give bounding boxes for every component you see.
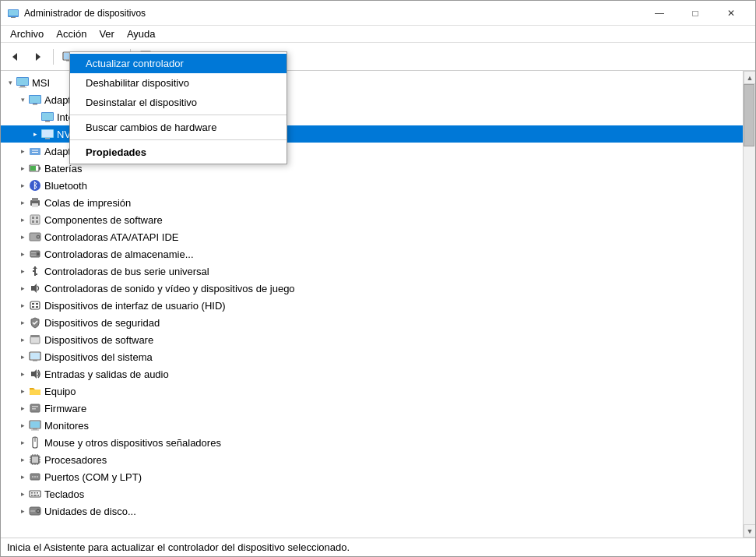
- close-button[interactable]: ✕: [713, 1, 749, 26]
- expand-sonido[interactable]: ▸: [16, 282, 29, 294]
- expand-audio[interactable]: ▸: [16, 368, 29, 380]
- minimize-button[interactable]: —: [642, 1, 677, 26]
- status-bar: Inicia el Asistente para actualizar el c…: [1, 538, 755, 556]
- svg-rect-64: [31, 252, 36, 253]
- tree-item-componentes[interactable]: ▸ Componentes de software: [1, 211, 743, 228]
- svg-rect-72: [32, 303, 34, 305]
- tree-item-firmware[interactable]: ▸ Firmware: [1, 400, 743, 417]
- colas-label: Colas de impresión: [44, 197, 131, 209]
- audio-label: Entradas y salidas de audio: [44, 368, 169, 380]
- procesadores-label: Procesadores: [44, 454, 107, 466]
- svg-rect-48: [30, 166, 36, 171]
- puertos-label: Puertos (COM y LPT): [44, 471, 142, 483]
- expand-adaptadores[interactable]: ▾: [16, 93, 29, 106]
- expand-puertos[interactable]: ▸: [16, 471, 29, 483]
- svg-rect-112: [37, 492, 38, 494]
- svg-point-108: [37, 476, 38, 478]
- expand-bus[interactable]: ▸: [16, 265, 29, 277]
- tree-item-software[interactable]: ▸ Dispositivos de software: [1, 331, 743, 348]
- menu-ayuda[interactable]: Ayuda: [121, 26, 162, 41]
- menu-accion[interactable]: Acción: [50, 26, 93, 41]
- tree-item-colas[interactable]: ▸ Colas de impresión: [1, 194, 743, 211]
- bus-label: Controladoras de bus serie universal: [44, 266, 209, 277]
- scrollbar[interactable]: ▲ ▼: [743, 71, 755, 538]
- expand-seguridad[interactable]: ▸: [16, 316, 29, 329]
- title-bar: Administrador de dispositivos — □ ✕: [1, 1, 755, 26]
- scroll-up-button[interactable]: ▲: [744, 71, 755, 84]
- computer-icon: [16, 76, 29, 89]
- expand-red[interactable]: ▸: [16, 145, 29, 157]
- expand-componentes[interactable]: ▸: [16, 213, 29, 226]
- menu-ver[interactable]: Ver: [93, 26, 121, 41]
- expand-hid[interactable]: ▸: [16, 299, 29, 312]
- tree-item-seguridad[interactable]: ▸ Dispositivos de seguridad: [1, 314, 743, 331]
- expand-ata[interactable]: ▸: [16, 231, 29, 243]
- expand-mouse[interactable]: ▸: [16, 436, 29, 449]
- tree-item-bus[interactable]: ▸ Controladoras de bus serie universal: [1, 263, 743, 280]
- tree-item-ata[interactable]: ▸ Controladoras ATA/ATAPI IDE: [1, 228, 743, 245]
- expand-monitores[interactable]: ▸: [16, 419, 29, 432]
- svg-text:ᛒ: ᛒ: [33, 181, 38, 190]
- svg-rect-2: [11, 17, 16, 18]
- svg-rect-80: [33, 360, 37, 361]
- svg-rect-74: [32, 306, 34, 308]
- harddisk-icon: [29, 505, 41, 517]
- software-label: Dispositivos de software: [44, 334, 153, 346]
- tree-item-teclados[interactable]: ▸ Teclados: [1, 485, 743, 502]
- tree-item-audio[interactable]: ▸ Entradas y salidas de audio: [1, 365, 743, 382]
- ctx-deshabilitar[interactable]: Deshabilitar dispositivo: [70, 73, 287, 93]
- expand-bluetooth[interactable]: ▸: [16, 179, 29, 192]
- expand-msi[interactable]: ▾: [4, 76, 16, 89]
- tree-item-sonido[interactable]: ▸ Controladoras de sonido y vídeo y disp…: [1, 280, 743, 297]
- svg-point-106: [32, 476, 33, 478]
- ctx-desinstalar[interactable]: Desinstalar el dispositivo: [70, 93, 287, 112]
- expand-baterias[interactable]: ▸: [16, 162, 29, 175]
- menu-bar: Archivo Acción Ver Ayuda: [1, 26, 755, 43]
- expand-firmware[interactable]: ▸: [16, 402, 29, 414]
- expand-teclados[interactable]: ▸: [16, 488, 29, 500]
- expand-sistema[interactable]: ▸: [16, 351, 29, 363]
- svg-rect-85: [32, 408, 36, 410]
- expand-equipo[interactable]: ▸: [16, 385, 29, 397]
- teclados-label: Teclados: [44, 488, 84, 500]
- hid-icon: [29, 299, 41, 312]
- tree-item-hid[interactable]: ▸ Dispositivos de interfaz de usuario (H…: [1, 297, 743, 314]
- menu-archivo[interactable]: Archivo: [4, 26, 50, 41]
- tree-item-sistema[interactable]: ▸ Dispositivos del sistema: [1, 348, 743, 365]
- keyboard-icon: [29, 488, 41, 500]
- ctx-propiedades[interactable]: Propiedades: [70, 143, 287, 162]
- tree-item-equipo[interactable]: ▸ Equipo: [1, 382, 743, 400]
- ctx-buscar[interactable]: Buscar cambios de hardware: [70, 118, 287, 137]
- tree-item-unidades[interactable]: ▸ Unidades de disco...: [1, 502, 743, 520]
- svg-rect-38: [42, 113, 53, 120]
- expand-software[interactable]: ▸: [16, 333, 29, 346]
- system-icon: [29, 351, 41, 363]
- tree-item-almacenamiento[interactable]: ▸ Controladoras de almacenamie...: [1, 245, 743, 263]
- tree-item-monitores[interactable]: ▸ Monitores: [1, 417, 743, 434]
- msi-label: MSI: [32, 77, 50, 89]
- tree-item-mouse[interactable]: ▸ Mouse y otros dispositivos señaladores: [1, 434, 743, 451]
- scroll-down-button[interactable]: ▼: [744, 524, 755, 538]
- expand-almacenamiento[interactable]: ▸: [16, 248, 29, 260]
- svg-rect-89: [31, 430, 39, 431]
- tree-item-procesadores[interactable]: ▸: [1, 451, 743, 468]
- sonido-label: Controladoras de sonido y vídeo y dispos…: [44, 283, 295, 294]
- expand-procesadores[interactable]: ▸: [16, 453, 29, 466]
- tree-item-bluetooth[interactable]: ▸ ᛒ Bluetooth: [1, 177, 743, 194]
- maximize-button[interactable]: □: [677, 1, 713, 26]
- expand-unidades[interactable]: ▸: [16, 505, 29, 517]
- firmware-icon: [29, 402, 41, 414]
- svg-rect-109: [30, 491, 40, 497]
- svg-rect-57: [32, 220, 34, 223]
- svg-rect-114: [33, 495, 37, 496]
- expand-nvidia[interactable]: ▸: [29, 128, 41, 140]
- svg-rect-65: [31, 255, 36, 256]
- main-content: ▾ MSI ▾: [1, 71, 755, 538]
- storage-icon: [29, 248, 41, 260]
- toolbar-forward-button[interactable]: [27, 47, 49, 67]
- tree-item-puertos[interactable]: ▸ Puertos (COM y LPT): [1, 468, 743, 485]
- svg-marker-70: [31, 284, 37, 293]
- scroll-thumb[interactable]: [744, 84, 754, 146]
- toolbar-back-button[interactable]: [4, 47, 26, 67]
- expand-colas[interactable]: ▸: [16, 196, 29, 209]
